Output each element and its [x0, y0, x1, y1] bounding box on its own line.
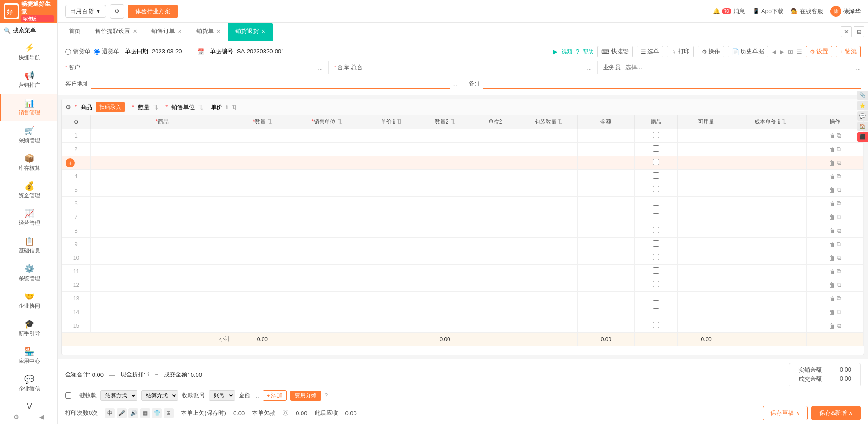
row-gift[interactable] [635, 305, 678, 319]
sidebar-item-finance[interactable]: 💰 资金管理 [0, 176, 57, 204]
settings-btn[interactable]: ⚙ 设置 [806, 46, 832, 57]
row-unit2[interactable] [470, 251, 520, 265]
grid-view-btn[interactable]: ⊞ [788, 48, 793, 55]
gift-checkbox[interactable] [653, 281, 659, 287]
operation-btn[interactable]: ⚙ 操作 [698, 46, 724, 57]
copy-row-icon[interactable]: ⧉ [837, 295, 841, 302]
row-amount[interactable] [577, 170, 635, 183]
row-available[interactable] [678, 224, 735, 238]
row-product[interactable] [90, 210, 234, 224]
row-amount[interactable] [577, 251, 635, 265]
staff-dots[interactable]: ... [856, 64, 861, 71]
delete-row-icon[interactable]: 🗑 [829, 146, 835, 153]
row-product[interactable] [90, 224, 234, 238]
sidebar-item-partner[interactable]: 🤝 企业协同 [0, 287, 57, 314]
copy-row-icon[interactable]: ⧉ [837, 200, 841, 207]
number-input[interactable] [235, 47, 307, 56]
row-product[interactable] [90, 251, 234, 265]
collapse-icon[interactable]: ◀ [39, 414, 44, 420]
address-dots[interactable]: ... [453, 81, 458, 87]
row-qty2[interactable] [420, 265, 470, 278]
row-pack-qty[interactable] [520, 265, 577, 278]
address-input[interactable] [91, 79, 450, 89]
row-available[interactable] [678, 156, 735, 170]
row-gift[interactable] [635, 170, 678, 183]
row-unit-price[interactable] [363, 265, 420, 278]
row-product[interactable] [90, 183, 234, 197]
right-panel-clip[interactable]: 📎 [857, 91, 868, 100]
settlement-method-select[interactable]: 结算方式 [100, 390, 137, 401]
row-unit2[interactable] [470, 170, 520, 183]
radio-return-input[interactable] [94, 49, 100, 55]
warehouse-input[interactable] [365, 62, 584, 72]
tab-price-close[interactable]: ✕ [133, 29, 137, 34]
gift-checkbox[interactable] [653, 240, 659, 247]
copy-row-icon[interactable]: ⧉ [837, 322, 841, 329]
list-view-btn[interactable]: ☰ [797, 48, 802, 55]
row-unit-price[interactable] [363, 143, 420, 156]
row-cost-price[interactable] [735, 238, 806, 251]
row-pack-qty[interactable] [520, 278, 577, 292]
gift-checkbox[interactable] [653, 159, 659, 165]
row-gift[interactable] [635, 265, 678, 278]
tab-sales-order[interactable]: 销售订单 ✕ [144, 23, 189, 41]
row-unit2[interactable] [470, 197, 520, 210]
delete-row-icon[interactable]: 🗑 [829, 214, 835, 221]
row-amount[interactable] [577, 305, 635, 319]
tab-delivery-close[interactable]: ✕ [217, 29, 221, 34]
gift-checkbox[interactable] [653, 227, 659, 233]
row-quantity[interactable] [234, 143, 291, 156]
history-btn[interactable]: 📄 历史单据 [728, 46, 768, 57]
row-available[interactable] [678, 129, 735, 143]
table-icon[interactable]: ⊞ [164, 408, 174, 418]
table-scroll[interactable]: ⚙ *商品 *数量 ⇅ *销售单位 ⇅ 单价 ℹ ⇅ 数量2 ⇅ 单位2 包装数… [62, 115, 864, 355]
row-pack-qty[interactable] [520, 224, 577, 238]
row-gift[interactable] [635, 197, 678, 210]
chinese-input-icon[interactable]: 中 [105, 408, 115, 418]
row-sales-unit[interactable] [291, 129, 363, 143]
row-qty2[interactable] [420, 129, 470, 143]
tab-sales-delivery[interactable]: 销货单 ✕ [189, 23, 228, 41]
row-gift[interactable] [635, 210, 678, 224]
product-input[interactable] [94, 159, 230, 166]
row-sales-unit[interactable] [291, 156, 363, 170]
sidebar-item-appstore[interactable]: 🏪 应用中心 [0, 342, 57, 370]
scan-input-btn[interactable]: 扫码录入 [96, 102, 125, 112]
row-sales-unit[interactable] [291, 238, 363, 251]
experience-btn[interactable]: 体验行业方案 [128, 5, 178, 18]
row-cost-price[interactable] [735, 143, 806, 156]
delete-row-icon[interactable]: 🗑 [829, 173, 835, 180]
row-pack-qty[interactable] [520, 170, 577, 183]
row-pack-qty[interactable] [520, 197, 577, 210]
right-panel-red[interactable]: ⬛ [857, 132, 868, 142]
gift-checkbox[interactable] [653, 295, 659, 301]
copy-row-icon[interactable]: ⧉ [837, 308, 841, 316]
mic-icon[interactable]: 🎤 [117, 408, 127, 418]
save-new-btn[interactable]: 保存&新增 ∧ [811, 406, 861, 420]
row-cost-price[interactable] [735, 129, 806, 143]
shortcut-btn[interactable]: ⌨ 快捷键 [597, 46, 633, 57]
row-qty2[interactable] [420, 183, 470, 197]
row-amount[interactable] [577, 292, 635, 305]
date-input[interactable] [150, 47, 195, 56]
row-product[interactable] [90, 238, 234, 251]
warehouse-dots[interactable]: ... [587, 64, 592, 71]
row-quantity[interactable] [234, 183, 291, 197]
row-sales-unit[interactable] [291, 292, 363, 305]
row-unit-price[interactable] [363, 129, 420, 143]
row-cost-price[interactable] [735, 278, 806, 292]
staff-input[interactable] [623, 62, 853, 72]
delete-row-icon[interactable]: 🗑 [829, 268, 835, 275]
delete-row-icon[interactable]: 🗑 [829, 132, 835, 139]
add-account-btn[interactable]: + 添加 [263, 390, 287, 401]
row-unit2[interactable] [470, 305, 520, 319]
row-amount[interactable] [577, 224, 635, 238]
row-available[interactable] [678, 305, 735, 319]
select-btn[interactable]: ☰ 选单 [637, 46, 663, 57]
row-quantity[interactable] [234, 305, 291, 319]
sidebar-item-sales[interactable]: 📊 销售管理 [0, 94, 57, 121]
row-sales-unit[interactable] [291, 170, 363, 183]
row-amount[interactable] [577, 143, 635, 156]
barcode-icon[interactable]: ▦ [140, 408, 150, 418]
gift-checkbox[interactable] [653, 145, 659, 152]
